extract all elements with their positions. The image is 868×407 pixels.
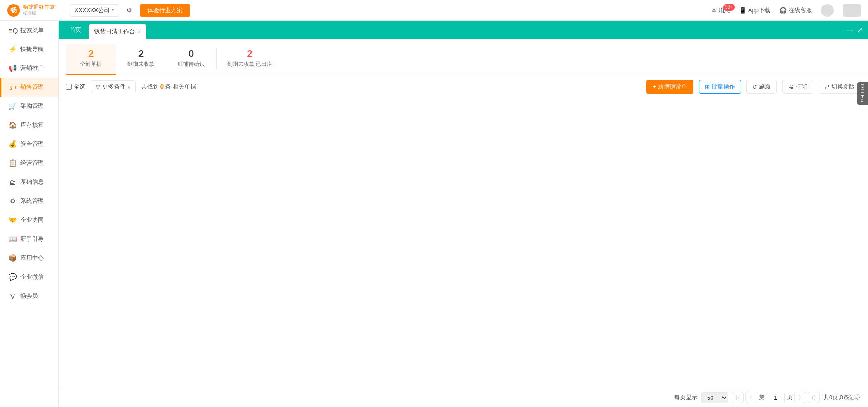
last-page-button[interactable]: ⟩⟩: [808, 392, 820, 403]
sidebar-item-经营管理[interactable]: 📋 经营管理: [0, 154, 58, 173]
sidebar-item-label: 快捷导航: [20, 45, 44, 53]
app-download-button[interactable]: 📱 App下载: [739, 6, 770, 14]
per-page-select[interactable]: 50 100 200: [701, 392, 728, 403]
filter-button[interactable]: ▽ 更多条件 ∨: [91, 80, 136, 93]
stat-tab-1[interactable]: 2 到期未收款: [116, 44, 166, 75]
filter-icon: ▽: [96, 84, 100, 90]
sidebar-icon: 🏷: [9, 84, 17, 91]
sidebar-icon: 📖: [9, 235, 17, 243]
main-layout: ≡Q 搜索菜单⚡ 快捷导航📢 营销推广🏷 销售管理🛒 采购管理🏠 库存核算💰 资…: [0, 21, 868, 407]
sidebar-item-企业协同[interactable]: 🤝 企业协同: [0, 211, 58, 229]
toolbar: 全选 ▽ 更多条件 ∨ 共找到 0 条 相关单据 + 新增销货单 ⊞: [59, 75, 868, 98]
pagination-nav: ⟨⟨ ⟨ 第 页 ⟩ ⟩⟩: [732, 392, 820, 403]
tab-close-icon[interactable]: ×: [138, 29, 141, 34]
stat-number: 0: [189, 48, 194, 60]
pagination-bar: 每页显示 50 100 200 ⟨⟨ ⟨ 第 页 ⟩ ⟩⟩ 共0页,0条记录: [59, 388, 868, 407]
sidebar-icon: 💰: [9, 140, 17, 148]
sidebar-item-销售管理[interactable]: 🏷 销售管理: [0, 78, 58, 97]
select-all-checkbox[interactable]: 全选: [66, 83, 85, 91]
logo-sub: 标准版: [23, 10, 55, 17]
sidebar-item-资金管理[interactable]: 💰 资金管理: [0, 135, 58, 154]
often-badge[interactable]: OfTEn: [857, 82, 868, 105]
service-icon: 🎧: [779, 7, 787, 14]
tab-bar: 首页 钱货日清工作台 × — ⤢: [59, 21, 868, 39]
stat-tab-2[interactable]: 0 旺辅待确认: [166, 44, 216, 75]
tab-current[interactable]: 钱货日清工作台 ×: [89, 24, 146, 39]
sidebar-icon: ≡Q: [9, 27, 17, 34]
refresh-icon: ↺: [752, 84, 757, 90]
sidebar-icon: 📦: [9, 254, 17, 262]
message-button[interactable]: ✉ 消息 99+: [712, 6, 730, 14]
tab-home[interactable]: 首页: [64, 21, 87, 39]
logo-area: 畅 畅捷通好生意 标准版: [7, 4, 66, 17]
gear-icon: ⚙: [127, 7, 132, 14]
stat-number: 2: [138, 48, 144, 60]
company-name: XXXXXX公司: [75, 6, 110, 14]
online-service-button[interactable]: 🎧 在线客服: [779, 6, 812, 14]
new-sales-button[interactable]: + 新增销货单: [646, 80, 693, 94]
sidebar-item-营销推广[interactable]: 📢 营销推广: [0, 59, 58, 78]
sidebar-item-搜索菜单[interactable]: ≡Q 搜索菜单: [0, 21, 58, 40]
sidebar-item-label: 系统管理: [20, 197, 44, 205]
stats-tabs: 2 全部单据2 到期未收款0 旺辅待确认2 到期未收款 已出库: [59, 39, 868, 75]
logo-icon: 畅: [7, 4, 20, 17]
found-text: 共找到 0 条 相关单据: [141, 83, 196, 91]
content-area: 首页 钱货日清工作台 × — ⤢ 2 全部单据2 到期未收款0 旺辅待确认: [59, 21, 868, 407]
sidebar-item-采购管理[interactable]: 🛒 采购管理: [0, 97, 58, 116]
toolbar-right: + 新增销货单 ⊞ 批量操作 ↺ 刷新 🖨 打印 ⇄: [646, 80, 861, 94]
sidebar-item-label: 采购管理: [20, 102, 44, 110]
message-icon: ✉: [712, 7, 717, 14]
sidebar-item-库存核算[interactable]: 🏠 库存核算: [0, 116, 58, 135]
tab-minimize-icon[interactable]: —: [846, 26, 853, 34]
sidebar-icon: 📢: [9, 64, 17, 72]
sidebar-item-快捷导航[interactable]: ⚡ 快捷导航: [0, 40, 58, 59]
sidebar-item-label: 库存核算: [20, 121, 44, 129]
stat-label: 到期未收款 已出库: [227, 61, 272, 68]
batch-operation-button[interactable]: ⊞ 批量操作: [699, 80, 741, 94]
sidebar-item-label: 销售管理: [20, 83, 44, 91]
sidebar-icon: V: [9, 292, 17, 300]
first-page-button[interactable]: ⟨⟨: [732, 392, 744, 403]
stat-number: 2: [247, 48, 253, 60]
message-badge: 99+: [723, 4, 735, 11]
stat-label: 旺辅待确认: [178, 61, 205, 68]
logo-name: 畅捷通好生意: [23, 4, 55, 11]
prev-page-button[interactable]: ⟨: [745, 392, 757, 403]
table-area: [59, 98, 868, 388]
sidebar-item-系统管理[interactable]: ⚙ 系统管理: [0, 192, 58, 211]
filter-label: 更多条件: [102, 83, 126, 91]
avatar[interactable]: [821, 4, 834, 17]
sidebar-item-label: 企业微信: [20, 273, 44, 281]
sidebar-item-企业微信[interactable]: 💬 企业微信: [0, 267, 58, 286]
stat-tab-0[interactable]: 2 全部单据: [66, 44, 116, 75]
stat-tab-3[interactable]: 2 到期未收款 已出库: [217, 44, 283, 75]
company-selector[interactable]: XXXXXX公司 ▾: [70, 4, 119, 17]
sidebar-item-label: 经营管理: [20, 159, 44, 167]
sidebar-item-基础信息[interactable]: 🗂 基础信息: [0, 173, 58, 192]
refresh-button[interactable]: ↺ 刷新: [746, 80, 777, 94]
settings-button[interactable]: ⚙: [123, 4, 136, 17]
switch-version-button[interactable]: ⇄ 切换新版: [819, 80, 861, 94]
print-icon: 🖨: [788, 84, 794, 90]
sidebar-item-新手引导[interactable]: 📖 新手引导: [0, 229, 58, 248]
page-suffix: 页: [787, 393, 793, 402]
page-content: 2 全部单据2 到期未收款0 旺辅待确认2 到期未收款 已出库 全选 ▽ 更多条: [59, 39, 868, 407]
page-input[interactable]: [767, 392, 785, 403]
sidebar-item-label: 新手引导: [20, 235, 44, 243]
tab-maximize-icon[interactable]: ⤢: [857, 26, 863, 34]
next-page-button[interactable]: ⟩: [794, 392, 806, 403]
stat-label: 全部单据: [80, 61, 102, 68]
sidebar-item-畅会员[interactable]: V 畅会员: [0, 286, 58, 305]
online-service-label: 在线客服: [788, 6, 812, 14]
print-button[interactable]: 🖨 打印: [782, 80, 813, 94]
tab-label: 钱货日清工作台: [94, 28, 135, 36]
sidebar-item-label: 企业协同: [20, 216, 44, 224]
sidebar-item-label: 畅会员: [20, 292, 38, 300]
top-header: 畅 畅捷通好生意 标准版 XXXXXX公司 ▾ ⚙ 体验行业方案 ✉ 消息 99…: [0, 0, 868, 21]
sidebar-item-应用中心[interactable]: 📦 应用中心: [0, 248, 58, 267]
stat-number: 2: [88, 48, 94, 60]
select-all-input[interactable]: [66, 84, 72, 90]
sidebar-icon: 💬: [9, 273, 17, 281]
experience-button[interactable]: 体验行业方案: [140, 4, 190, 17]
tab-actions: — ⤢: [846, 26, 863, 34]
